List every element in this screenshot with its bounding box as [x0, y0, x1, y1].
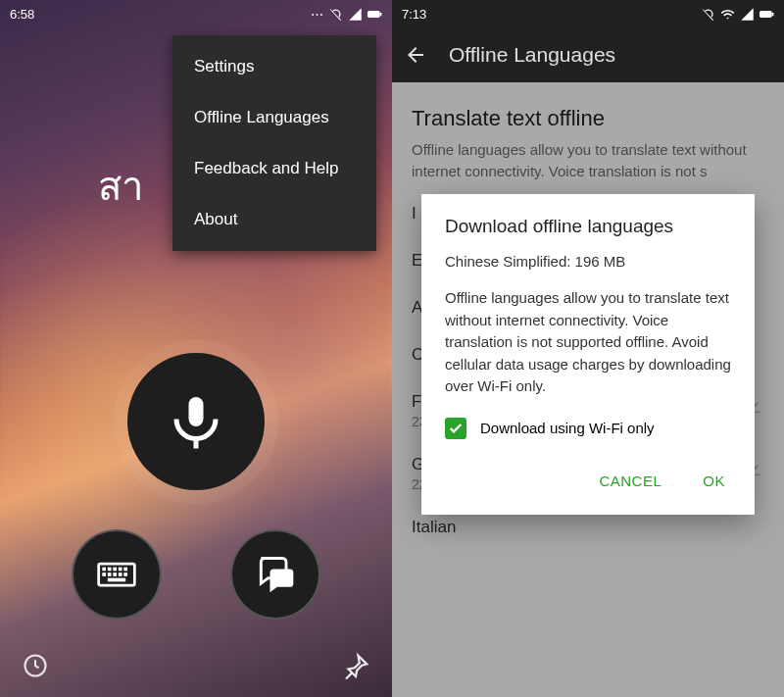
svg-rect-7 — [123, 568, 127, 572]
keyboard-icon — [95, 553, 138, 596]
svg-rect-9 — [108, 573, 112, 576]
svg-rect-3 — [102, 568, 106, 572]
svg-rect-16 — [772, 12, 774, 15]
wifi-only-label: Download using Wi-Fi only — [480, 420, 655, 436]
status-icons — [701, 7, 774, 22]
keyboard-button[interactable] — [72, 529, 162, 620]
menu-item-feedback-help[interactable]: Feedback and Help — [172, 143, 376, 194]
status-icons: ⋯ — [311, 7, 382, 22]
signal-icon — [740, 7, 755, 22]
dialog-body: Offline languages allow you to translate… — [445, 287, 731, 398]
overflow-menu: Settings Offline Languages Feedback and … — [172, 35, 376, 251]
clock-icon — [22, 652, 49, 679]
download-dialog: Download offline languages Chinese Simpl… — [421, 194, 755, 515]
conversation-button[interactable] — [230, 529, 320, 620]
arrow-left-icon — [404, 43, 427, 67]
phone-screen-left: 6:58 ⋯ สา Settings Offline Languages Fee… — [0, 0, 392, 697]
phone-screen-right: 7:13 Offline Languages Translate text of… — [392, 0, 784, 697]
menu-item-settings[interactable]: Settings — [172, 41, 376, 92]
menu-item-offline-languages[interactable]: Offline Languages — [172, 92, 376, 143]
alarm-off-icon — [701, 7, 715, 22]
svg-rect-12 — [123, 573, 127, 576]
back-button[interactable] — [404, 43, 427, 67]
alarm-off-icon — [328, 7, 343, 22]
status-bar: 7:13 — [392, 0, 784, 27]
app-bar: Offline Languages — [392, 27, 784, 82]
status-bar: 6:58 ⋯ — [0, 0, 392, 27]
check-icon — [448, 421, 464, 436]
svg-rect-0 — [368, 11, 380, 18]
ok-button[interactable]: OK — [697, 465, 731, 497]
wifi-icon — [720, 7, 735, 22]
battery-icon — [760, 7, 774, 22]
svg-rect-1 — [380, 12, 382, 15]
status-time: 6:58 — [10, 7, 34, 22]
more-icon: ⋯ — [311, 7, 323, 22]
history-button[interactable] — [22, 652, 49, 685]
wifi-only-checkbox[interactable] — [445, 418, 466, 439]
cancel-button[interactable]: CANCEL — [593, 465, 667, 497]
mic-icon — [167, 392, 225, 451]
svg-rect-4 — [108, 568, 112, 572]
pin-button[interactable] — [341, 652, 370, 685]
battery-icon — [368, 7, 382, 22]
svg-rect-10 — [113, 573, 117, 576]
pin-icon — [341, 652, 370, 681]
svg-rect-6 — [119, 568, 122, 572]
menu-item-about[interactable]: About — [172, 194, 376, 245]
svg-rect-5 — [113, 568, 117, 572]
svg-rect-8 — [102, 573, 106, 576]
mic-button[interactable] — [127, 353, 265, 490]
signal-icon — [348, 7, 363, 22]
svg-rect-13 — [108, 578, 125, 582]
dialog-subline: Chinese Simplified: 196 MB — [445, 253, 731, 270]
svg-rect-11 — [119, 573, 122, 576]
status-time: 7:13 — [402, 7, 426, 22]
dialog-title: Download offline languages — [445, 216, 731, 237]
app-bar-title: Offline Languages — [449, 43, 615, 67]
svg-rect-15 — [760, 11, 772, 18]
chat-icon — [254, 553, 297, 596]
